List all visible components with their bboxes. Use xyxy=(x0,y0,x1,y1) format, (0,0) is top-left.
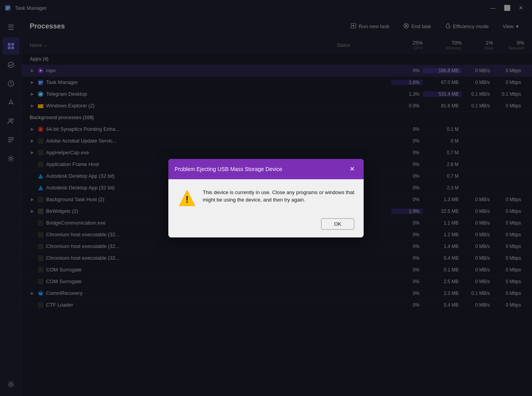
dialog-overlay: Problem Ejecting USB Mass Storage Device… xyxy=(0,0,532,396)
ok-button[interactable]: OK xyxy=(321,218,354,230)
usb-eject-dialog: Problem Ejecting USB Mass Storage Device… xyxy=(168,159,364,237)
dialog-titlebar: Problem Ejecting USB Mass Storage Device… xyxy=(168,159,364,179)
dialog-footer: OK xyxy=(168,214,364,237)
warning-icon: ! xyxy=(178,189,196,207)
dialog-title: Problem Ejecting USB Mass Storage Device xyxy=(175,166,282,172)
dialog-body: ! This device is currently in use. Close… xyxy=(168,179,364,214)
dialog-message: This device is currently in use. Close a… xyxy=(203,189,354,204)
svg-text:!: ! xyxy=(186,194,189,205)
dialog-close-button[interactable]: ✕ xyxy=(346,164,357,175)
